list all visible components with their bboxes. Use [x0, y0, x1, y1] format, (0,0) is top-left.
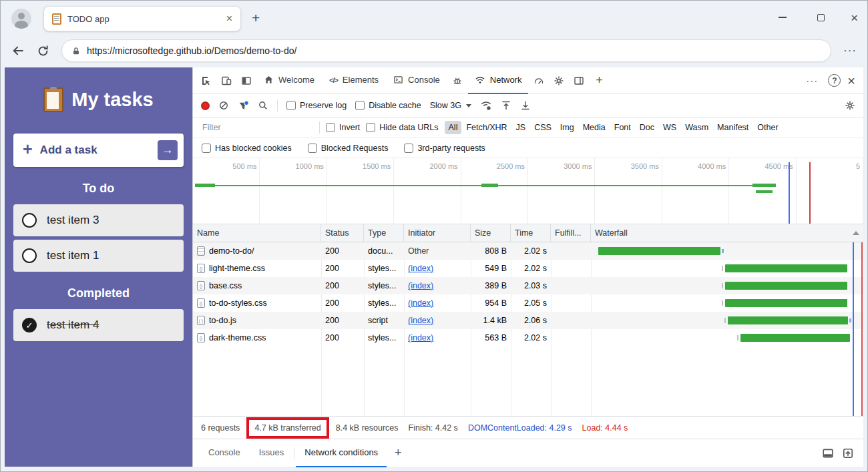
filter-pill-doc[interactable]: Doc: [636, 121, 658, 134]
task-item[interactable]: test item 3: [13, 204, 184, 236]
more-tabs-plus-icon[interactable]: +: [590, 71, 608, 90]
task-item[interactable]: test item 1: [13, 240, 184, 272]
column-header-name[interactable]: Name: [193, 224, 321, 242]
issues-bug-icon[interactable]: [448, 71, 467, 90]
initiator-link[interactable]: (index): [408, 333, 433, 342]
request-row[interactable]: {}to-do-styles.css 200 styles... (index)…: [193, 294, 863, 312]
checkbox-icon[interactable]: [308, 144, 317, 153]
device-toolbar-icon[interactable]: [217, 71, 236, 90]
checkbox-icon[interactable]: [202, 144, 211, 153]
profile-avatar[interactable]: [11, 9, 31, 29]
preserve-log-checkbox[interactable]: Preserve log: [286, 101, 347, 110]
back-button[interactable]: [11, 44, 25, 57]
initiator-link[interactable]: (index): [408, 298, 433, 308]
tab-welcome[interactable]: Welcome: [257, 67, 321, 94]
browser-settings-menu-icon[interactable]: ···: [843, 44, 857, 57]
filter-pill-fetch-xhr[interactable]: Fetch/XHR: [462, 121, 511, 134]
hide-data-urls-checkbox[interactable]: Hide data URLs: [366, 123, 438, 132]
sort-ascending-icon[interactable]: [853, 231, 859, 235]
filter-pill-manifest[interactable]: Manifest: [713, 121, 752, 134]
checkbox-icon[interactable]: [286, 101, 296, 110]
drawer-more-tools-icon[interactable]: +: [388, 446, 409, 460]
has-blocked-cookies-checkbox[interactable]: Has blocked cookies: [202, 144, 292, 153]
task-checkbox-checked[interactable]: ✓: [22, 318, 37, 332]
network-settings-gear-icon[interactable]: [845, 100, 855, 111]
refresh-button[interactable]: [37, 45, 49, 57]
column-header-type[interactable]: Type: [364, 224, 404, 242]
network-overview-timeline[interactable]: 500 ms 1000 ms 1500 ms 2000 ms 2500 ms 3…: [193, 158, 863, 224]
task-checkbox[interactable]: [22, 213, 37, 228]
transferred-size: 4.7 kB transferred: [254, 423, 320, 433]
layout-panel-icon[interactable]: [570, 71, 588, 90]
column-header-waterfall[interactable]: Waterfall: [591, 224, 863, 242]
column-header-status[interactable]: Status: [321, 224, 364, 242]
address-bar[interactable]: https://microsoftedge.github.io/Demos/de…: [61, 39, 831, 62]
help-icon[interactable]: ?: [828, 74, 841, 87]
request-row[interactable]: {}light-theme.css 200 styles... (index) …: [193, 260, 863, 277]
record-button[interactable]: [201, 101, 210, 110]
throttling-dropdown[interactable]: Slow 3G: [430, 101, 471, 110]
clear-icon[interactable]: [218, 100, 229, 111]
submit-task-button[interactable]: →: [158, 140, 178, 160]
filter-pill-wasm[interactable]: Wasm: [681, 121, 712, 134]
new-tab-button[interactable]: +: [252, 10, 260, 26]
request-row[interactable]: {}dark-theme.css 200 styles... (index) 5…: [193, 329, 863, 346]
task-checkbox[interactable]: [22, 248, 37, 263]
initiator-link[interactable]: (index): [408, 281, 433, 290]
filter-input[interactable]: [201, 122, 313, 133]
tab-close-icon[interactable]: ×: [226, 13, 232, 24]
disable-cache-checkbox[interactable]: Disable cache: [355, 101, 421, 110]
filter-pill-other[interactable]: Other: [753, 121, 782, 134]
request-row[interactable]: ( )to-do.js 200 script (index) 1.4 kB 2.…: [193, 312, 863, 329]
column-header-size[interactable]: Size: [471, 224, 511, 242]
tab-console[interactable]: Console: [387, 67, 447, 94]
filter-pill-media[interactable]: Media: [579, 121, 610, 134]
blocked-requests-checkbox[interactable]: Blocked Requests: [308, 144, 389, 153]
minimize-button[interactable]: [773, 8, 792, 27]
inspect-element-icon[interactable]: [197, 71, 216, 90]
devtools-more-menu-icon[interactable]: ···: [803, 71, 821, 90]
filter-pill-all[interactable]: All: [445, 121, 462, 134]
checkbox-icon[interactable]: [366, 123, 375, 132]
dock-panel-icon[interactable]: [822, 447, 834, 459]
filter-pill-ws[interactable]: WS: [659, 121, 680, 134]
export-har-icon[interactable]: [520, 100, 531, 111]
initiator-text: Other: [408, 246, 429, 256]
network-conditions-icon[interactable]: [480, 99, 492, 111]
drawer-tab-network-conditions[interactable]: Network conditions: [296, 439, 387, 467]
invert-checkbox[interactable]: Invert: [326, 123, 360, 132]
settings-gear-icon[interactable]: [550, 71, 568, 90]
third-party-requests-checkbox[interactable]: 3rd-party requests: [404, 144, 485, 153]
devtools-close-icon[interactable]: ×: [847, 74, 855, 87]
browser-tab[interactable]: TODO app ×: [43, 6, 241, 31]
window-close-button[interactable]: ×: [851, 11, 858, 24]
request-row[interactable]: demo-to-do/ 200 docu... Other 808 B 2.02…: [193, 242, 863, 260]
request-row[interactable]: {}base.css 200 styles... (index) 389 B 2…: [193, 277, 863, 294]
tab-network[interactable]: Network: [468, 67, 529, 94]
drawer-tab-issues[interactable]: Issues: [250, 439, 293, 467]
expand-panel-icon[interactable]: [842, 447, 854, 459]
focus-mode-icon[interactable]: [237, 71, 256, 90]
initiator-link[interactable]: (index): [408, 316, 433, 325]
task-item-completed[interactable]: ✓ test item 4: [13, 309, 184, 341]
import-har-icon[interactable]: [501, 100, 511, 111]
checkbox-icon[interactable]: [326, 123, 335, 132]
column-header-fulfilled[interactable]: Fulfill...: [551, 224, 591, 242]
maximize-button[interactable]: [812, 8, 831, 27]
search-icon[interactable]: [258, 100, 268, 111]
column-header-time[interactable]: Time: [511, 224, 551, 242]
add-task-button[interactable]: + Add a task →: [13, 134, 184, 167]
checkbox-icon[interactable]: [355, 101, 365, 110]
filter-pill-font[interactable]: Font: [610, 121, 635, 134]
lock-icon[interactable]: [71, 46, 81, 56]
filter-pill-img[interactable]: Img: [556, 121, 578, 134]
filter-pill-js[interactable]: JS: [512, 121, 530, 134]
filter-icon[interactable]: [238, 100, 249, 111]
filter-pill-css[interactable]: CSS: [530, 121, 556, 134]
performance-gauge-icon[interactable]: [529, 71, 548, 90]
drawer-tab-console[interactable]: Console: [200, 439, 249, 467]
checkbox-icon[interactable]: [404, 144, 413, 153]
column-header-initiator[interactable]: Initiator: [404, 224, 471, 242]
initiator-link[interactable]: (index): [408, 264, 433, 273]
tab-elements[interactable]: </> Elements: [322, 67, 385, 94]
